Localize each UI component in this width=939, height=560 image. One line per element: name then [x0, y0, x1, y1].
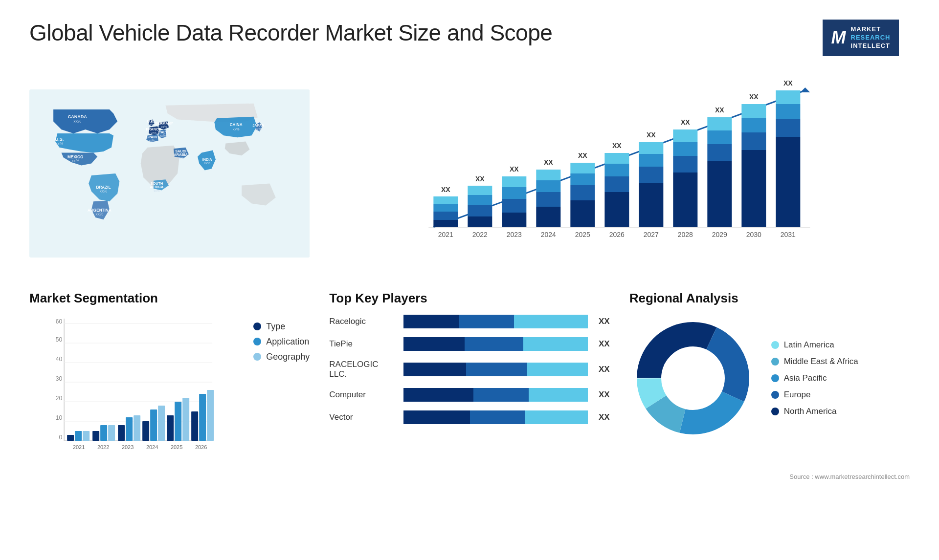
app-label: Application: [266, 337, 309, 347]
svg-rect-53: [537, 207, 561, 227]
svg-text:xx%: xx%: [148, 123, 154, 127]
bar-seg: [403, 363, 466, 376]
bar-seg: [525, 410, 588, 424]
svg-text:CANADA: CANADA: [68, 114, 87, 119]
player-bar-track: [403, 410, 588, 424]
svg-rect-122: [100, 425, 107, 441]
svg-rect-41: [468, 216, 492, 227]
player-row: Computer XX: [329, 388, 609, 402]
svg-text:30: 30: [56, 375, 63, 382]
donut-svg: [629, 315, 757, 442]
svg-rect-90: [742, 132, 766, 150]
player-row: Vector XX: [329, 410, 609, 424]
svg-rect-62: [571, 163, 595, 173]
svg-text:2027: 2027: [644, 231, 659, 238]
logo-line3: INTELLECT: [851, 42, 891, 50]
svg-text:2025: 2025: [575, 231, 590, 238]
svg-text:XX: XX: [544, 158, 553, 166]
segmentation-content: 0 10 20 30 40 50 60: [29, 315, 310, 463]
page-title: Global Vehicle Data Recorder Market Size…: [29, 20, 552, 46]
players-title: Top Key Players: [329, 291, 609, 306]
type-label: Type: [266, 322, 285, 332]
asia-pacific-label: Asia Pacific: [784, 373, 827, 383]
svg-rect-138: [199, 394, 206, 441]
svg-rect-74: [639, 142, 664, 154]
regional-section: Regional Analysis: [629, 291, 910, 463]
bar-seg: [403, 337, 464, 351]
header: Global Vehicle Data Recorder Market Size…: [29, 20, 910, 56]
player-bar: [403, 363, 588, 376]
player-row: RACELOGIC LLC. XX: [329, 360, 609, 379]
seg-legend-geo: Geography: [253, 352, 310, 362]
svg-rect-80: [673, 129, 698, 142]
svg-rect-55: [537, 180, 561, 192]
svg-text:XX: XX: [647, 131, 656, 139]
player-name: TiePie: [329, 339, 398, 349]
bar-seg: [523, 337, 588, 351]
svg-rect-79: [673, 142, 698, 156]
svg-rect-131: [158, 406, 165, 441]
regional-legend: Latin America Middle East & Africa Asia …: [771, 340, 858, 416]
latin-america-dot: [771, 341, 779, 349]
source-text: Source : www.marketresearchintellect.com: [29, 473, 910, 480]
svg-text:U.S.: U.S.: [55, 137, 64, 142]
latin-america-label: Latin America: [784, 340, 834, 350]
seg-legend: Type Application Geography: [253, 322, 310, 362]
bar-chart-section: XX 2021 XX 2022 XX: [329, 71, 910, 276]
legend-middle-east: Middle East & Africa: [771, 357, 858, 366]
svg-rect-121: [92, 431, 99, 441]
north-america-label: North America: [784, 407, 837, 416]
svg-text:XX: XX: [715, 106, 724, 114]
svg-text:2021: 2021: [73, 444, 85, 450]
svg-rect-36: [434, 212, 458, 220]
svg-text:xx%: xx%: [154, 189, 160, 192]
svg-text:XX: XX: [510, 165, 519, 173]
legend-latin-america: Latin America: [771, 340, 858, 350]
bar-seg: [514, 315, 588, 328]
logo-letter: M: [831, 27, 846, 48]
svg-text:XX: XX: [475, 175, 485, 183]
svg-rect-66: [605, 176, 629, 192]
bar-chart-svg: XX 2021 XX 2022 XX: [329, 81, 910, 266]
svg-text:XX: XX: [578, 151, 587, 159]
player-bar-track: [403, 315, 588, 328]
svg-text:0: 0: [59, 434, 62, 441]
svg-rect-97: [776, 104, 801, 119]
type-dot: [253, 323, 261, 330]
regional-content: Latin America Middle East & Africa Asia …: [629, 315, 910, 442]
bar-seg: [466, 363, 527, 376]
player-bar-track: [403, 388, 588, 402]
svg-text:2028: 2028: [678, 231, 693, 238]
svg-text:xx%: xx%: [96, 212, 103, 216]
svg-text:XX: XX: [681, 118, 690, 126]
svg-text:xx%: xx%: [151, 131, 157, 134]
player-name: Computer: [329, 390, 398, 400]
svg-rect-38: [434, 196, 458, 204]
svg-text:xx%: xx%: [204, 161, 210, 165]
logo-line1: MARKET: [851, 25, 891, 34]
svg-point-146: [664, 349, 722, 408]
legend-europe: Europe: [771, 390, 858, 400]
players-list: Racelogic XX TiePie: [329, 315, 609, 424]
logo-area: M MARKET RESEARCH INTELLECT: [812, 20, 910, 56]
svg-text:2029: 2029: [712, 231, 727, 238]
svg-rect-135: [182, 398, 189, 441]
svg-rect-129: [142, 421, 149, 441]
map-section: CANADA xx% U.S. xx% MEXICO xx% BRAZIL xx…: [29, 71, 310, 276]
legend-asia-pacific: Asia Pacific: [771, 373, 858, 383]
north-america-dot: [771, 408, 779, 415]
bar-seg: [403, 315, 459, 328]
bar-seg: [527, 363, 588, 376]
bar-seg: [529, 388, 588, 402]
svg-rect-98: [776, 90, 801, 104]
bar-seg: [465, 337, 524, 351]
player-name: RACELOGIC LLC.: [329, 360, 398, 379]
player-value: XX: [599, 365, 610, 374]
logo-box: M MARKET RESEARCH INTELLECT: [823, 20, 899, 56]
svg-rect-83: [708, 161, 732, 227]
svg-rect-77: [673, 172, 698, 227]
svg-rect-54: [537, 192, 561, 207]
svg-text:xx%: xx%: [74, 119, 81, 124]
main-grid: CANADA xx% U.S. xx% MEXICO xx% BRAZIL xx…: [29, 71, 910, 463]
svg-rect-96: [776, 119, 801, 137]
